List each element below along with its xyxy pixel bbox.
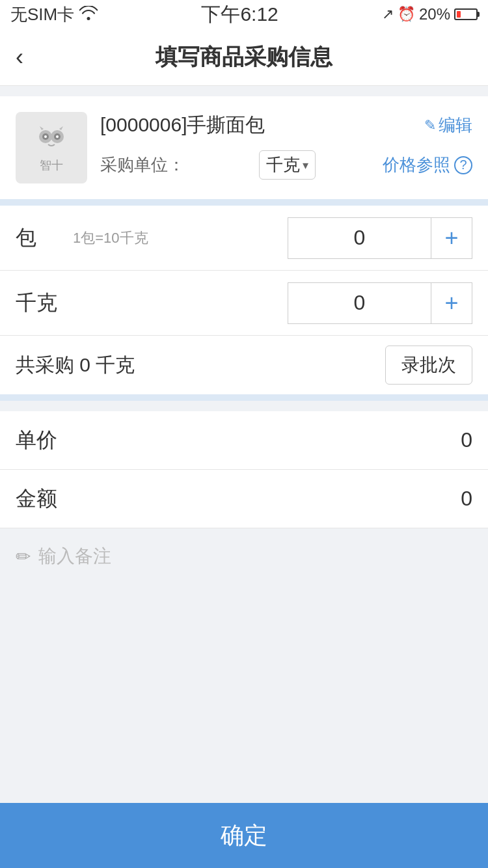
status-left: 无SIM卡 bbox=[10, 3, 98, 26]
note-section[interactable]: ✏ 输入备注 bbox=[0, 528, 488, 584]
unit-select[interactable]: 千克 ▾ bbox=[259, 150, 316, 180]
price-section: 单价 0 金额 0 bbox=[0, 411, 488, 528]
edit-button[interactable]: ✎ 编辑 bbox=[424, 114, 472, 137]
kg-input[interactable] bbox=[288, 282, 431, 324]
product-name: [0000006]手撕面包 bbox=[100, 112, 265, 139]
bag-input[interactable] bbox=[288, 217, 431, 259]
location-icon: ↗ bbox=[382, 6, 394, 23]
unit-price-value: 0 bbox=[461, 428, 472, 452]
bag-input-row: 包 1包=10千克 + bbox=[0, 206, 488, 271]
nav-bar: ‹ 填写商品采购信息 bbox=[0, 29, 488, 86]
product-image: 智十 bbox=[16, 112, 87, 183]
price-ref-help-icon: ? bbox=[454, 156, 472, 174]
back-button[interactable]: ‹ bbox=[16, 44, 23, 71]
svg-point-4 bbox=[44, 135, 47, 138]
status-bar: 无SIM卡 下午6:12 ↗ ⏰ 20% bbox=[0, 0, 488, 29]
kg-input-control: + bbox=[288, 282, 472, 324]
alarm-icon: ⏰ bbox=[398, 6, 415, 23]
wifi-icon bbox=[79, 5, 98, 25]
battery-icon bbox=[454, 8, 478, 20]
section-divider-2 bbox=[0, 394, 488, 401]
price-ref-button[interactable]: 价格参照 ? bbox=[383, 154, 472, 176]
product-info: [0000006]手撕面包 ✎ 编辑 采购单位： 千克 ▾ 价格参照 ? bbox=[100, 112, 472, 180]
amount-row: 金额 0 bbox=[0, 470, 488, 528]
bag-sub-label: 1包=10千克 bbox=[73, 228, 288, 248]
bag-plus-button[interactable]: + bbox=[431, 217, 472, 259]
amount-label: 金额 bbox=[16, 485, 57, 513]
amount-value: 0 bbox=[461, 487, 472, 511]
summary-row: 共采购 0 千克 录批次 bbox=[0, 336, 488, 394]
kg-plus-button[interactable]: + bbox=[431, 282, 472, 324]
carrier-label: 无SIM卡 bbox=[10, 3, 74, 26]
bag-label: 包 bbox=[16, 224, 68, 252]
pencil-icon: ✏ bbox=[16, 546, 31, 567]
status-right: ↗ ⏰ 20% bbox=[382, 5, 478, 23]
section-divider-1 bbox=[0, 199, 488, 206]
quantity-section: 包 1包=10千克 + 千克 + bbox=[0, 206, 488, 336]
confirm-button[interactable]: 确定 bbox=[221, 820, 267, 852]
status-time: 下午6:12 bbox=[201, 1, 278, 28]
kg-label: 千克 bbox=[16, 289, 68, 318]
kg-input-row: 千克 + bbox=[0, 271, 488, 336]
batch-button[interactable]: 录批次 bbox=[385, 346, 472, 385]
bag-input-control: + bbox=[288, 217, 472, 259]
unit-price-label: 单价 bbox=[16, 426, 57, 455]
note-placeholder: 输入备注 bbox=[38, 544, 111, 569]
battery-percent: 20% bbox=[419, 5, 450, 23]
unit-price-row: 单价 0 bbox=[0, 411, 488, 470]
svg-point-5 bbox=[56, 135, 59, 138]
page-title: 填写商品采购信息 bbox=[156, 42, 332, 72]
confirm-bar[interactable]: 确定 bbox=[0, 803, 488, 868]
summary-text: 共采购 0 千克 bbox=[16, 352, 135, 379]
product-card: 智十 [0000006]手撕面包 ✎ 编辑 采购单位： 千克 ▾ bbox=[0, 96, 488, 199]
unit-label: 采购单位： bbox=[100, 154, 185, 176]
